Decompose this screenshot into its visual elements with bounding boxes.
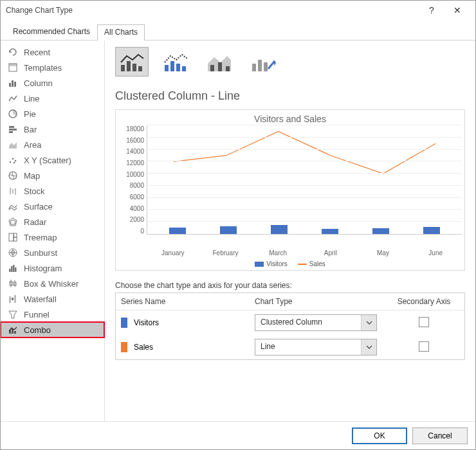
series-row-visitors: Visitors Clustered Column [116,310,464,335]
bar-icon [7,123,19,135]
close-button[interactable]: ✕ [444,5,470,15]
sidebar-item-label: Map [24,171,40,181]
sidebar-item-boxwhisker[interactable]: Box & Whisker [1,276,104,291]
sidebar-item-line[interactable]: Line [1,91,104,106]
subtype-clustered-column-line-secondary[interactable] [159,47,192,76]
scatter-icon [7,154,19,166]
chart-type-select-visitors[interactable]: Clustered Column [255,314,377,331]
stock-icon [7,185,19,197]
series-name: Sales [134,343,153,352]
col-series-name: Series Name [121,297,255,306]
sidebar-item-label: Box & Whisker [24,279,78,289]
svg-rect-3 [12,80,14,87]
svg-rect-29 [13,265,15,272]
svg-rect-7 [9,129,17,130]
bar-series [147,125,462,234]
line-icon [7,93,19,104]
svg-rect-51 [210,65,214,71]
sidebar-item-waterfall[interactable]: Waterfall [1,291,104,307]
series-header-row: Series Name Chart Type Secondary Axis [116,293,464,310]
change-chart-type-dialog: Change Chart Type ? ✕ Recommended Charts… [0,0,476,450]
sales-swatch-icon [298,264,307,265]
column-icon [7,77,19,89]
svg-rect-8 [9,131,13,133]
svg-rect-6 [9,126,14,128]
sidebar-item-radar[interactable]: Radar [1,214,104,230]
svg-point-11 [12,158,14,160]
sidebar-item-label: Templates [24,63,62,73]
svg-rect-30 [15,267,17,272]
svg-rect-35 [9,296,11,303]
svg-rect-36 [12,298,14,300]
tab-all-charts[interactable]: All Charts [97,24,145,40]
sidebar-item-label: Recent [24,48,50,57]
chart-preview: Visitors and Sales 180001600014000120001… [115,109,465,271]
chevron-down-icon [361,315,376,330]
sidebar-item-recent[interactable]: Recent [1,44,104,60]
secondary-axis-checkbox-visitors[interactable] [419,317,429,327]
sidebar-item-map[interactable]: Map [1,168,104,183]
map-icon [7,170,19,181]
svg-rect-48 [176,64,180,71]
secondary-axis-checkbox-sales[interactable] [419,341,429,352]
recent-icon [7,46,19,58]
sidebar-item-label: Pie [24,109,36,119]
chart-type-select-sales[interactable]: Line [255,339,377,356]
col-secondary-axis: Secondary Axis [389,297,459,306]
chart-legend: Visitors Sales [118,260,462,267]
svg-marker-19 [10,220,15,224]
ok-button[interactable]: OK [352,428,407,444]
sidebar-item-label: Sunburst [24,248,57,258]
svg-rect-20 [9,233,14,241]
cancel-button[interactable]: Cancel [412,428,468,444]
tab-recommended-charts[interactable]: Recommended Charts [6,24,97,40]
y-axis: 1800016000140001200010000800060004000200… [118,125,147,235]
sidebar-item-templates[interactable]: Templates [1,60,104,75]
svg-rect-28 [11,266,13,272]
subtype-custom-combo[interactable] [246,47,280,76]
sidebar-item-pie[interactable]: Pie [1,106,104,122]
subtype-heading: Clustered Column - Line [115,89,465,103]
sidebar-item-area[interactable]: Area [1,137,104,152]
help-button[interactable]: ? [419,5,444,15]
histogram-icon [7,262,19,274]
series-row-sales: Sales Line [116,335,464,359]
sidebar-item-sunburst[interactable]: Sunburst [1,245,104,260]
sidebar-item-label: Treemap [24,233,57,242]
svg-rect-44 [133,64,136,71]
subtype-stacked-area-column[interactable] [203,47,236,76]
surface-icon [7,201,19,212]
sidebar-item-histogram[interactable]: Histogram [1,260,104,276]
area-icon [7,139,19,150]
svg-point-13 [14,162,15,164]
svg-rect-46 [165,65,169,71]
sidebar-item-surface[interactable]: Surface [1,199,104,214]
subtype-clustered-column-line[interactable] [115,47,149,76]
sidebar-item-bar[interactable]: Bar [1,122,104,137]
sidebar-item-treemap[interactable]: Treemap [1,230,104,245]
chart-plot: 1800016000140001200010000800060004000200… [118,125,462,248]
svg-point-12 [15,160,17,162]
svg-rect-49 [182,66,186,71]
treemap-icon [7,231,19,243]
radar-icon [7,216,19,228]
svg-rect-21 [14,233,17,237]
sidebar-item-label: Radar [24,217,46,227]
sidebar-item-label: Area [24,140,41,150]
main-panel: Clustered Column - Line Visitors and Sal… [105,40,475,421]
svg-rect-54 [252,64,256,71]
sidebar-item-stock[interactable]: Stock [1,183,104,199]
svg-rect-41 [14,331,16,334]
sidebar-item-funnel[interactable]: Funnel [1,307,104,322]
sidebar: Recent Templates Column Line Pie Bar [1,40,105,421]
combo-icon [7,324,19,336]
sidebar-item-column[interactable]: Column [1,75,104,91]
svg-rect-1 [9,64,17,66]
sidebar-item-scatter[interactable]: X Y (Scatter) [1,152,104,168]
sidebar-item-combo[interactable]: Combo [1,322,104,338]
tab-strip: Recommended Charts All Charts [1,24,475,40]
svg-marker-38 [9,311,17,318]
svg-rect-53 [226,66,230,71]
svg-rect-52 [218,62,222,71]
series-name: Visitors [134,318,159,327]
